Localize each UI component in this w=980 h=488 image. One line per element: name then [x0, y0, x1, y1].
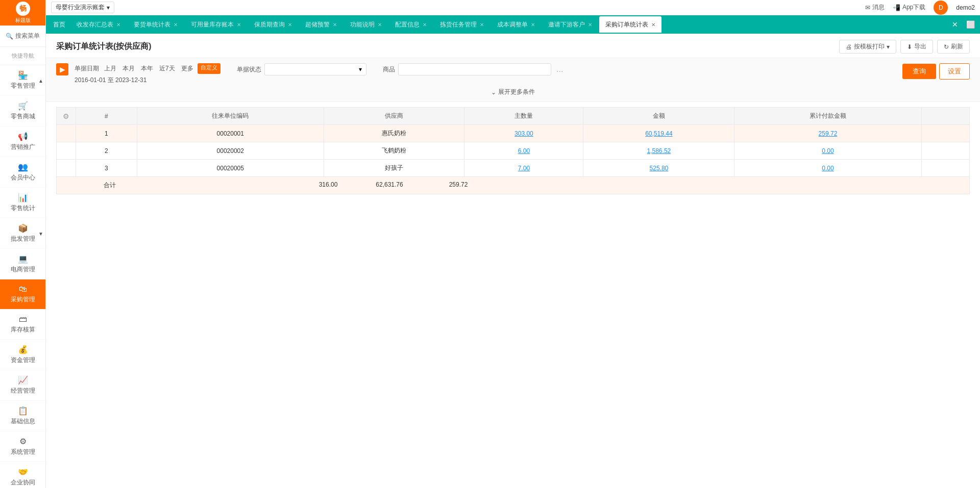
footer-extra — [497, 181, 963, 190]
sidebar-item-stock-check[interactable]: 🗃 库存核算 — [0, 310, 45, 340]
cell-paid[interactable]: 0.00 — [734, 160, 921, 177]
cell-paid[interactable]: 0.00 — [734, 142, 921, 160]
tab-cost-adjust[interactable]: 成本调整单 ✕ — [491, 16, 541, 33]
tab-invite-downstream[interactable]: 邀请下游客户 ✕ — [542, 16, 598, 33]
tab-overstock[interactable]: 超储预警 ✕ — [299, 16, 343, 33]
tab-close-icon[interactable]: ✕ — [333, 22, 337, 28]
export-button[interactable]: ⬇ 导出 — [900, 40, 933, 54]
cell-qty[interactable]: 303.00 — [464, 125, 583, 142]
sidebar-item-system-mgmt[interactable]: ⚙ 系统管理 — [0, 431, 45, 462]
shortcut-more[interactable]: 更多 — [179, 63, 195, 74]
tab-expiry-query[interactable]: 保质期查询 ✕ — [248, 16, 298, 33]
cell-seq: 3 — [76, 160, 137, 177]
tab-close-icon[interactable]: ✕ — [588, 22, 592, 28]
sidebar-item-purchase-mgmt[interactable]: 🛍 采购管理 — [0, 279, 45, 310]
query-button[interactable]: 查询 — [902, 64, 936, 79]
cell-seq: 1 — [76, 125, 137, 142]
sidebar-item-retail-mgmt[interactable]: 🏪 零售管理 ▲ — [0, 65, 45, 96]
footer-supplier — [195, 181, 298, 190]
cell-qty[interactable]: 6.00 — [464, 142, 583, 160]
logo-text: 标题版 — [15, 17, 31, 24]
tab-function-desc[interactable]: 功能说明 ✕ — [344, 16, 388, 33]
sidebar-item-retail-stats[interactable]: 📊 零售统计 — [0, 188, 45, 218]
cell-amount[interactable]: 1,586.52 — [583, 142, 734, 160]
tab-close-icon[interactable]: ✕ — [531, 22, 535, 28]
sidebar-item-label: 系统管理 — [11, 448, 35, 456]
cell-amount[interactable]: 525.80 — [583, 160, 734, 177]
tab-close-icon[interactable]: ✕ — [651, 22, 655, 28]
sidebar-item-wholesale-mgmt[interactable]: 📦 批发管理 ▼ — [0, 218, 45, 249]
app-download-button[interactable]: 📲 App下载 — [893, 3, 925, 12]
tab-close-icon[interactable]: ✕ — [237, 22, 241, 28]
footer-label: 合计 — [104, 181, 195, 190]
shortcut-this-month[interactable]: 本月 — [120, 63, 137, 74]
tab-receive-summary[interactable]: 收发存汇总表 ✕ — [70, 16, 127, 33]
logo[interactable]: 畅 标题版 — [0, 0, 45, 25]
expand-more-button[interactable]: ⌄ 展开更多条件 — [56, 85, 970, 96]
shortcut-7days[interactable]: 近7天 — [157, 63, 177, 74]
search-menu-button[interactable]: 🔍 搜索菜单 — [3, 30, 42, 42]
company-selector[interactable]: 母婴行业演示账套 ▾ — [51, 2, 114, 13]
cell-qty[interactable]: 7.00 — [464, 160, 583, 177]
tab-label: 超储预警 — [305, 20, 330, 29]
table-header: ⚙ # 往来单位编码 供应商 主数量 金额 累计付款金额 — [57, 108, 970, 125]
tab-close-icon[interactable]: ✕ — [288, 22, 292, 28]
export-icon: ⬇ — [907, 43, 912, 50]
tab-label: 可用量库存账本 — [191, 20, 234, 29]
sidebar-item-label: 零售管理 — [11, 82, 35, 90]
sidebar-item-operations-mgmt[interactable]: 📈 经营管理 — [0, 370, 45, 401]
tab-config-info[interactable]: 配置信息 ✕ — [389, 16, 433, 33]
goods-input[interactable] — [398, 63, 551, 75]
sidebar-item-enterprise-coop[interactable]: 🤝 企业协同 — [0, 462, 45, 488]
cell-extra — [921, 160, 969, 177]
sidebar-item-retail-mall[interactable]: 🛒 零售商城 — [0, 96, 45, 126]
tab-available-stock[interactable]: 可用量库存账本 ✕ — [185, 16, 247, 33]
sidebar-item-basic-info[interactable]: 📋 基础信息 — [0, 401, 45, 431]
tab-picking-task[interactable]: 拣货任务管理 ✕ — [434, 16, 490, 33]
tab-close-icon[interactable]: ✕ — [480, 22, 484, 28]
sidebar-search-section: 🔍 搜索菜单 — [0, 25, 45, 47]
tab-bar: 首页 收发存汇总表 ✕ 要货单统计表 ✕ 可用量库存账本 ✕ 保质期查询 ✕ 超… — [46, 15, 980, 34]
chevron-down-icon: ▾ — [887, 43, 890, 50]
sidebar-item-member-center[interactable]: 👥 会员中心 — [0, 157, 45, 188]
cell-amount[interactable]: 60,519.44 — [583, 125, 734, 142]
tab-close-icon[interactable]: ✕ — [423, 22, 427, 28]
user-avatar[interactable]: D — [934, 1, 948, 15]
tab-label: 收发存汇总表 — [77, 20, 113, 29]
sidebar-item-ecommerce-mgmt[interactable]: 💻 电商管理 — [0, 249, 45, 279]
messages-button[interactable]: ✉ 消息 — [865, 3, 885, 12]
filter-toggle-button[interactable]: ▶ — [56, 63, 68, 75]
gear-icon[interactable]: ⚙ — [63, 112, 69, 120]
th-paid: 累计付款金额 — [734, 108, 921, 125]
sidebar-item-marketing[interactable]: 📢 营销推广 — [0, 126, 45, 157]
cell-extra — [921, 125, 969, 142]
tab-close-icon[interactable]: ✕ — [174, 22, 178, 28]
print-button[interactable]: 🖨 按模板打印 ▾ — [839, 40, 896, 54]
tab-purchase-summary[interactable]: 采购订单统计表 ✕ — [599, 16, 662, 33]
sidebar-item-label: 零售商城 — [11, 112, 35, 121]
home-tab[interactable]: 首页 — [48, 16, 70, 33]
maximize-button[interactable]: ⬜ — [963, 20, 978, 29]
shortcut-last-month[interactable]: 上月 — [102, 63, 118, 74]
wholesale-mgmt-icon: 📦 — [18, 223, 28, 233]
tab-goods-summary[interactable]: 要货单统计表 ✕ — [128, 16, 184, 33]
table-row: 1 00020001 惠氏奶粉 303.00 60,519.44 259.72 — [57, 125, 970, 142]
sidebar-item-label: 零售统计 — [11, 204, 35, 213]
refresh-button[interactable]: ↻ 刷新 — [937, 40, 970, 54]
cell-paid[interactable]: 259.72 — [734, 125, 921, 142]
shortcut-this-year[interactable]: 本年 — [139, 63, 155, 74]
sidebar-item-finance-mgmt[interactable]: 💰 资金管理 — [0, 340, 45, 370]
date-range-display: 2016-01-01 至 2023-12-31 — [75, 76, 146, 85]
footer-seq — [83, 181, 104, 190]
more-icon[interactable]: … — [556, 65, 564, 73]
close-tab-button[interactable]: ✕ — [949, 20, 961, 29]
chevron-down-icon: ▼ — [38, 230, 43, 236]
tab-close-icon[interactable]: ✕ — [116, 22, 120, 28]
tab-label: 配置信息 — [395, 20, 420, 29]
date-filter-item: 单据日期 上月 本月 本年 近7天 更多 自定义 — [75, 63, 220, 74]
quick-nav-section: 快捷导航 — [0, 47, 45, 65]
sidebar-item-label: 电商管理 — [11, 265, 35, 274]
status-select[interactable]: ▾ — [264, 63, 366, 75]
tab-close-icon[interactable]: ✕ — [378, 22, 382, 28]
settings-button[interactable]: 设置 — [939, 63, 970, 80]
